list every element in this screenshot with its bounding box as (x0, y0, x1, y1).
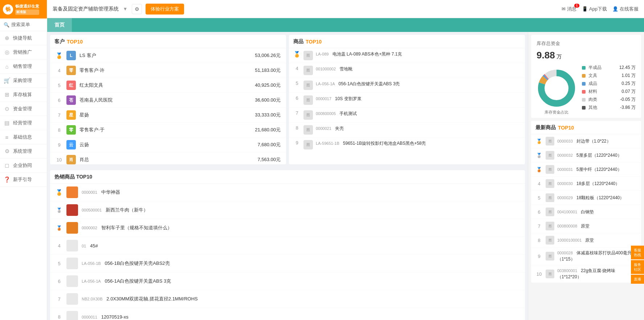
customer-value-2: 51,183.00元 (255, 67, 281, 74)
new-code-5: 0000029 (557, 196, 573, 200)
float-btn-service[interactable]: 客服热线 (631, 246, 644, 259)
menu-label-inventory: 库存核算 (13, 91, 32, 98)
product-list: 🏅 图 LA-089 电池盖 LA-089 ABS本色+黑种 7.1克 4 图 (289, 48, 525, 152)
menu-label-purchase: 采购管理 (13, 77, 32, 84)
hot-rank-6: 6 (56, 279, 63, 284)
sidebar-item-corp[interactable]: ◻ 企业协同 (0, 159, 47, 173)
new-product-item-1: 🏅 图 0000033 封边带（1.0*22） (531, 134, 641, 148)
tab-home[interactable]: 首页 (47, 18, 72, 32)
product-item-3: 5 图 LA-056-1A 056-1A白色按键开关盖ABS 3壳 (289, 78, 525, 93)
product-top10-header: 商品 TOP10 (289, 35, 525, 48)
new-product-item-4: 4 图 0000030 18多层（1220*2440） (531, 177, 641, 191)
new-product-avatar-4: 图 (546, 179, 554, 188)
message-button[interactable]: ✉ 消息 6 (562, 6, 576, 12)
new-code-1: 0000033 (557, 139, 573, 143)
new-rank-10: 10 (535, 271, 543, 277)
product-code-4: 0000017 (316, 97, 331, 101)
hot-rank-8: 8 (56, 314, 63, 320)
float-btn-community[interactable]: 服务社区 (631, 260, 644, 274)
new-product-item-10: 10 图 003800001 22g鱼豆腐·烧烤味（1*12*20） (531, 265, 641, 283)
online-service-button[interactable]: 👤 在线客服 (612, 6, 639, 12)
product-top10-label: TOP10 (306, 39, 322, 45)
sidebar-item-basic[interactable]: ≡ 基础信息 (0, 130, 47, 144)
donut-chart (537, 68, 576, 108)
customer-value-7: 7,680.00元 (257, 141, 281, 148)
product-info-6: 0000021 夹壳 (316, 125, 521, 132)
new-product-avatar-5: 图 (546, 193, 554, 202)
product-item-6: 8 图 0000021 夹壳 (289, 123, 525, 138)
product-info-2: 001000002 雪地靴 (316, 66, 521, 72)
sidebar-search[interactable]: 🔍 搜索菜单 (0, 19, 47, 31)
legend-value-0: 12.45 万 (619, 65, 636, 71)
hot-code-6: LA-056-1A (82, 279, 101, 283)
guide-icon: ❓ (4, 176, 10, 183)
rank-8: 10 (56, 157, 63, 163)
new-product-item-5: 5 图 0000029 18颗粒板（1220*2440） (531, 191, 641, 205)
hot-item-2: 🥈 000500001 新西兰牛肉（新牛） (50, 201, 525, 219)
customer-avatar-1: L (66, 51, 76, 60)
customer-name-3: 红太阳文具 (80, 82, 251, 89)
hot-item-info-6: LA-056-1A 056-1A白色按键开关盖ABS 3克 (82, 278, 519, 284)
customer-name-8: 肖总 (80, 156, 254, 163)
new-product-info-7: 000800008 原堂 (557, 223, 637, 229)
service-label: 在线客服 (620, 6, 639, 12)
hot-name-8: 12070519-xs (101, 314, 129, 320)
app-icon: 📱 (582, 6, 588, 12)
sidebar-item-operation[interactable]: ▤ 经营管理 (0, 116, 47, 130)
customer-value-5: 33,333.00元 (255, 112, 281, 118)
legend-item-5: 其他 -3.86 万 (582, 104, 636, 111)
hot-name-5: 056-1B白色按键开关壳ABS2壳 (105, 260, 170, 266)
legend-dot-2 (582, 82, 586, 86)
inventory-title: 库存总资金 (537, 40, 636, 47)
customer-top10-label: TOP10 (67, 39, 83, 45)
legend-item-3: 材料 0.07 万 (582, 89, 636, 95)
app-download-button[interactable]: 📱 App下载 (582, 6, 607, 12)
sidebar-item-guide[interactable]: ❓ 新手引导 (0, 173, 47, 187)
hot-rank-7: 7 (56, 296, 63, 302)
customer-top10-header: 客户 TOP10 (50, 35, 286, 48)
hot-code-5: LA-056-1B (82, 261, 101, 266)
hot-product-img-2 (66, 204, 78, 216)
legend-value-4: -0.05 万 (620, 97, 636, 103)
customer-avatar-6: 零 (66, 125, 76, 135)
inventory-value: 9.88 (537, 50, 555, 61)
new-product-info-9: 0000028 体减嘉枝味苏打饮品400毫升（1*15） (557, 250, 637, 262)
new-code-8: 10000100001 (557, 238, 582, 242)
customer-name-5: 星扬 (80, 112, 251, 118)
sidebar-item-finance[interactable]: ⊙ 资金管理 (0, 102, 47, 116)
hot-item-info-3: 0000002 智利车子里（规格不知道填什么） (82, 225, 519, 231)
product-avatar-3: 图 (303, 81, 313, 90)
sidebar-item-purchase[interactable]: 🛒 采购管理 (0, 74, 47, 88)
float-btn-live[interactable]: 直播 (631, 275, 644, 284)
hot-item-8: 8 0000011 12070519-xs (50, 308, 525, 320)
new-product-avatar-8: 图 (546, 236, 554, 245)
legend-name-5: 其他 (588, 104, 617, 111)
hot-product-img-7 (66, 293, 78, 305)
donut-wrapper: 库存资金占比 (537, 68, 576, 109)
sidebar-item-system[interactable]: ⚙ 系统管理 (0, 144, 47, 159)
gear-button[interactable]: ⚙ (132, 4, 142, 14)
message-badge: 6 (574, 4, 579, 8)
sidebar-item-inventory[interactable]: ⊞ 库存核算 (0, 88, 47, 102)
customer-avatar-2: 零 (66, 66, 76, 75)
hot-products-list: 🏅 0000001 中华神器 🥈 000500001 (50, 184, 525, 320)
new-code-7: 000800008 (557, 224, 577, 228)
customer-value-1: 53,006.26元 (255, 52, 281, 59)
customer-avatar-5: 星 (66, 110, 76, 120)
product-top10-card: 商品 TOP10 🏅 图 LA-089 电池盖 LA-089 ABS本色+黑种 … (289, 35, 525, 164)
hot-products-title: 热销商品 TOP10 (54, 174, 92, 180)
hot-item-info-1: 0000001 中华神器 (82, 189, 519, 196)
sidebar-item-marketing[interactable]: ◎ 营销推广 (0, 45, 47, 60)
trial-button[interactable]: 体验行业方案 (146, 4, 184, 15)
hot-product-img-3 (66, 222, 78, 234)
product-name-4: 10S 变割罗浆 (335, 96, 362, 101)
product-item-1: 🏅 图 LA-089 电池盖 LA-089 ABS本色+黑种 7.1克 (289, 48, 525, 63)
customer-value-8: 7,563.00元 (257, 156, 281, 163)
sidebar-item-quick-nav[interactable]: ⊕ 快捷导航 (0, 31, 47, 45)
finance-icon: ⊙ (4, 106, 10, 112)
sidebar-item-sales[interactable]: ⌂ 销售管理 (0, 60, 47, 74)
product-name-3: 056-1A白色按键开关盖ABS 3壳 (339, 81, 400, 86)
customer-item-6: 8 零 零售客户·于 21,680.00元 (50, 123, 286, 138)
product-avatar-7: 图 (303, 140, 313, 149)
dropdown-icon[interactable]: ▼ (122, 6, 128, 12)
